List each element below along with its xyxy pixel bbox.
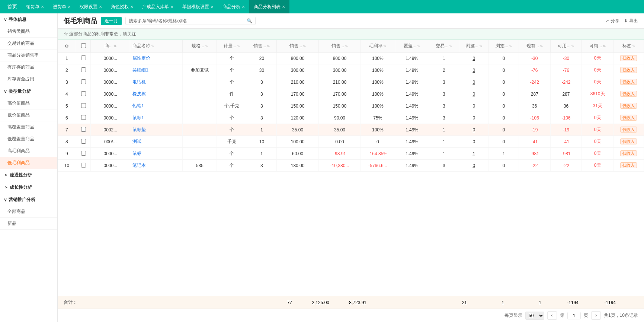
close-icon[interactable]: ✕ (211, 5, 214, 9)
th-sellable[interactable]: 可销...⇅ (582, 40, 613, 52)
settings-icon[interactable]: ⚙ (65, 44, 69, 49)
select-all-checkbox[interactable] (81, 43, 86, 48)
row-coverage: 1.49% (395, 124, 429, 136)
th-gross-rate[interactable]: 毛利率⇅ (361, 40, 395, 52)
sidebar-item-low-coverage[interactable]: 低覆盖量商品 (0, 133, 57, 145)
close-icon[interactable]: ✕ (282, 5, 285, 9)
row-checkbox[interactable] (81, 139, 86, 144)
search-icon[interactable]: 🔍 (247, 18, 252, 23)
th-browse2[interactable]: 浏览...⇅ (489, 40, 519, 52)
row-name[interactable]: 鼠标 (130, 148, 183, 160)
row-tag: 低收入 (613, 64, 644, 76)
nav-product-inbound[interactable]: 产成品入库单✕ (138, 0, 178, 13)
export-button[interactable]: ⬇ 导出 (624, 18, 638, 24)
row-tag: 低收入 (613, 136, 644, 148)
nav-purchase[interactable]: 进货单✕ (48, 0, 75, 13)
sidebar-item-low-margin[interactable]: 低毛利商品 (0, 157, 57, 169)
footer-amount: 2,125.00 (299, 300, 329, 305)
sidebar-section-overall[interactable]: ∨ 整体信息 (0, 13, 57, 26)
row-checkbox[interactable] (81, 103, 86, 108)
close-icon[interactable]: ✕ (170, 5, 173, 9)
search-input[interactable] (129, 18, 247, 23)
close-icon[interactable]: ✕ (41, 5, 44, 9)
share-button[interactable]: ↗ 分享 (605, 18, 619, 24)
row-name[interactable]: 属性定价 (130, 52, 183, 64)
row-checkbox[interactable] (81, 55, 86, 60)
nav-template-settings[interactable]: 单据模板设置✕ (178, 0, 218, 13)
row-qty: 30 (247, 64, 276, 76)
sidebar-item-traded-products[interactable]: 交易过的商品 (0, 38, 57, 50)
th-amount[interactable]: 销售...⇅ (277, 40, 319, 52)
th-stock[interactable]: 现有...⇅ (519, 40, 550, 52)
sidebar-section-marketing[interactable]: ∨ 营销推广分析 (0, 194, 57, 206)
sidebar-item-stock-capital[interactable]: 库存资金占用 (0, 73, 57, 85)
th-spec[interactable]: 规格...⇅ (183, 40, 217, 52)
nav-roles[interactable]: 角色授权✕ (106, 0, 138, 13)
row-checkbox[interactable] (81, 79, 86, 84)
sidebar-item-new-products[interactable]: 新品 (0, 218, 57, 230)
row-name[interactable]: 鼠标垫 (130, 124, 183, 136)
sidebar-item-low-value[interactable]: 低价值商品 (0, 109, 57, 121)
row-num: 8 (58, 136, 76, 148)
th-unit[interactable]: 计量...⇅ (217, 40, 247, 52)
nav-product-analysis[interactable]: 商品分析✕ (218, 0, 249, 13)
row-num: 7 (58, 124, 76, 136)
close-icon[interactable]: ✕ (99, 5, 102, 9)
sidebar-item-high-margin[interactable]: 高毛利商品 (0, 145, 57, 157)
close-icon[interactable]: ✕ (130, 5, 133, 9)
sidebar-section-type-analysis[interactable]: ∨ 类型量分析 (0, 85, 57, 98)
row-name[interactable]: 橡皮擦 (130, 88, 183, 100)
row-checkbox-cell (76, 100, 91, 112)
th-avail[interactable]: 可用...⇅ (550, 40, 582, 52)
th-trade[interactable]: 交易...⇅ (429, 40, 459, 52)
prev-page-button[interactable]: ＜ (547, 311, 557, 320)
row-checkbox[interactable] (81, 91, 86, 96)
chevron-down-icon: ∨ (4, 89, 7, 94)
next-page-button[interactable]: ＞ (591, 311, 601, 320)
row-tag: 低收入 (613, 160, 644, 172)
sidebar-item-high-value[interactable]: 高价值商品 (0, 98, 57, 109)
sidebar-item-high-coverage[interactable]: 高覆盖量商品 (0, 121, 57, 133)
pagination-summary: 共1页，10条记录 (604, 312, 638, 319)
page-number-input[interactable] (567, 312, 581, 319)
th-name[interactable]: 商品名称⇅ (130, 40, 183, 52)
th-browse1[interactable]: 浏览...⇅ (459, 40, 488, 52)
row-checkbox[interactable] (81, 115, 86, 120)
th-code[interactable]: 商...⇅ (91, 40, 130, 52)
nav-permissions[interactable]: 权限设置✕ (75, 0, 106, 13)
close-icon[interactable]: ✕ (68, 5, 71, 9)
footer-browse1: 1 (474, 300, 504, 305)
nav-product-analysis-list[interactable]: 商品分析列表✕ (249, 0, 289, 13)
th-tag[interactable]: 标签⇅ (613, 40, 644, 52)
row-checkbox[interactable] (81, 67, 86, 72)
sidebar-item-all-products[interactable]: 全部商品 (0, 206, 57, 218)
row-name[interactable]: 吴细细1 (130, 64, 183, 76)
sidebar-item-stocked-products[interactable]: 有库存的商品 (0, 61, 57, 73)
share-icon: ↗ (605, 18, 609, 23)
th-coverage[interactable]: 覆盖...⇅ (395, 40, 429, 52)
row-code: 0000... (91, 100, 130, 112)
sidebar-section-growth[interactable]: ＞ 成长性分析 (0, 181, 57, 194)
sidebar-item-category-rate[interactable]: 商品分类销售率 (0, 50, 57, 61)
th-qty[interactable]: 销售...⇅ (247, 40, 276, 52)
row-num: 10 (58, 160, 76, 172)
row-checkbox[interactable] (81, 163, 86, 168)
nav-sales[interactable]: 销货单✕ (22, 0, 48, 13)
row-name[interactable]: 电话机 (130, 76, 183, 88)
row-name[interactable]: 笔记本 (130, 160, 183, 172)
close-icon[interactable]: ✕ (242, 5, 245, 9)
nav-home[interactable]: 首页 (3, 0, 22, 13)
row-unit: 个 (217, 124, 247, 136)
sidebar-item-sales-products[interactable]: 销售类商品 (0, 26, 57, 38)
row-checkbox[interactable] (81, 151, 86, 156)
sidebar-section-flow[interactable]: ＞ 流通性分析 (0, 169, 57, 181)
row-name[interactable]: 铅笔1 (130, 100, 183, 112)
row-name[interactable]: 测试 (130, 136, 183, 148)
period-button[interactable]: 近一月 (101, 17, 122, 25)
footer-trade: 21 (437, 300, 467, 305)
row-checkbox[interactable] (81, 127, 86, 132)
th-profit[interactable]: 销售...⇅ (319, 40, 361, 52)
per-page-select[interactable]: 50 20 100 (525, 312, 544, 320)
row-name[interactable]: 鼠标1 (130, 112, 183, 124)
row-browse2: 1 (489, 148, 519, 160)
